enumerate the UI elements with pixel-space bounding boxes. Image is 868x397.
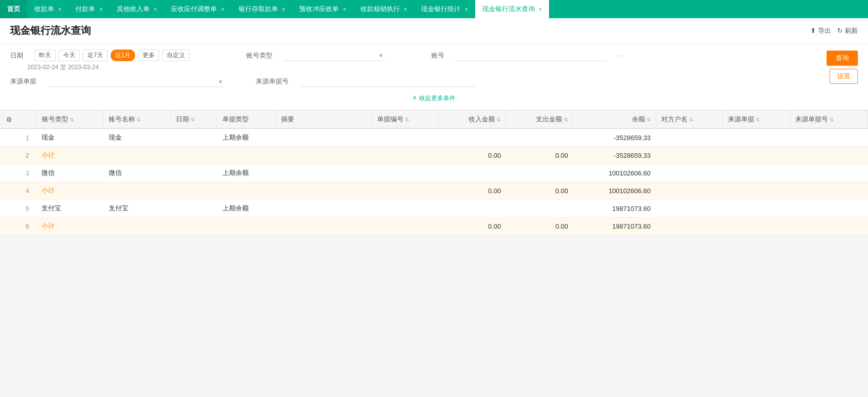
- table-cell: [0, 164, 18, 182]
- date-label: 日期: [10, 51, 23, 60]
- col-settings[interactable]: ⚙: [0, 111, 18, 129]
- account-type-label: 账号类型: [246, 51, 272, 60]
- table-cell: [171, 200, 217, 217]
- nav-cash-bank-stat[interactable]: 现金银行统计 ×: [414, 0, 475, 18]
- nav-payment-close[interactable]: ×: [99, 0, 102, 18]
- date-btn-custom[interactable]: 自定义: [162, 50, 190, 61]
- account-input[interactable]: [455, 50, 607, 61]
- table-container: ⚙ 账号类型⇅ 账号名称⇅ 日期⇅ 单据类型 摘要 单据编号⇅ 收入金额⇅: [0, 110, 868, 235]
- nav-cash-bank-flow[interactable]: 现金银行流水查询 ×: [475, 0, 549, 18]
- table-cell: 微信: [36, 164, 104, 182]
- date-btn-7days[interactable]: 近7天: [83, 50, 108, 61]
- col-balance[interactable]: 余额⇅: [573, 111, 656, 129]
- table-cell: [656, 182, 723, 200]
- nav-cash-bank-stat-close[interactable]: ×: [465, 0, 468, 18]
- nav-other-income-label: 其他收入单: [117, 0, 150, 18]
- col-income[interactable]: 收入金额⇅: [439, 111, 506, 129]
- table-cell: 微信: [104, 164, 171, 182]
- col-source-doc[interactable]: 来源单据⇅: [723, 111, 790, 129]
- table-row[interactable]: 4小计0.000.00100102606.60: [0, 182, 868, 200]
- table-cell: [723, 128, 790, 147]
- source-doc-select-wrapper: [48, 76, 224, 87]
- nav-ar-adjustment[interactable]: 应收应付调整单 ×: [164, 0, 231, 18]
- settings-button[interactable]: 设置: [830, 69, 858, 84]
- nav-cash-bank-flow-close[interactable]: ×: [539, 0, 542, 18]
- filter-area: 日期 昨天 今天 近7天 近1月 更多 自定义 账号类型 账号: [0, 43, 868, 110]
- refresh-label: 刷新: [845, 26, 858, 35]
- export-button[interactable]: ⬆ 导出: [810, 26, 831, 35]
- table-cell: [217, 182, 276, 200]
- col-account-name[interactable]: 账号名称⇅: [104, 111, 171, 129]
- nav-receive[interactable]: 收款单 ×: [27, 0, 68, 18]
- nav-bank-deposit[interactable]: 银行存取款单 ×: [232, 0, 292, 18]
- nav-receive-close[interactable]: ×: [58, 0, 61, 18]
- nav-receipt-exec-label: 收款核销执行: [360, 0, 400, 18]
- table-cell: [506, 128, 573, 147]
- col-expense[interactable]: 支出金额⇅: [506, 111, 573, 129]
- table-cell: [656, 217, 723, 235]
- source-doc-select[interactable]: [48, 76, 224, 87]
- nav-pre-offset[interactable]: 预收冲应收单 ×: [292, 0, 353, 18]
- table-cell: [372, 217, 439, 235]
- table-cell: 3: [18, 164, 36, 182]
- table-body: 1现金现金上期余额-3528659.332小计0.000.00-3528659.…: [0, 128, 868, 235]
- refresh-button[interactable]: ↻ 刷新: [837, 26, 858, 35]
- date-btn-yesterday[interactable]: 昨天: [34, 50, 56, 61]
- nav-home[interactable]: 首页: [0, 0, 27, 18]
- table-cell: [217, 217, 276, 235]
- table-cell: [0, 147, 18, 164]
- table-cell: [372, 128, 439, 147]
- source-doc-no-input[interactable]: [300, 76, 477, 87]
- table-cell: 0.00: [506, 147, 573, 164]
- nav-ar-adjustment-close[interactable]: ×: [221, 0, 224, 18]
- nav-receipt-exec-close[interactable]: ×: [404, 0, 407, 18]
- col-account-type[interactable]: 账号类型⇅: [36, 111, 104, 129]
- nav-payment[interactable]: 付款单 ×: [68, 0, 109, 18]
- nav-cash-bank-stat-label: 现金银行统计: [421, 0, 461, 18]
- header-actions: ⬆ 导出 ↻ 刷新: [810, 26, 858, 35]
- query-button[interactable]: 查询: [827, 51, 858, 66]
- table-cell: 1: [18, 128, 36, 147]
- table-cell: 0.00: [439, 217, 506, 235]
- data-table: ⚙ 账号类型⇅ 账号名称⇅ 日期⇅ 单据类型 摘要 单据编号⇅ 收入金额⇅: [0, 110, 868, 235]
- date-btn-1month[interactable]: 近1月: [111, 50, 135, 61]
- table-cell: [276, 147, 372, 164]
- date-btn-today[interactable]: 今天: [59, 50, 80, 61]
- account-dots[interactable]: ···: [617, 52, 623, 59]
- table-cell: [0, 200, 18, 217]
- nav-other-income-close[interactable]: ×: [154, 0, 157, 18]
- nav-payment-label: 付款单: [75, 0, 95, 18]
- collapse-bar[interactable]: ∧ 收起更多条件: [10, 92, 858, 104]
- table-cell: [656, 128, 723, 147]
- nav-home-label: 首页: [7, 0, 20, 18]
- table-cell: [372, 147, 439, 164]
- nav-other-income[interactable]: 其他收入单 ×: [110, 0, 164, 18]
- col-doc-no[interactable]: 单据编号⇅: [372, 111, 439, 129]
- table-cell: 0.00: [439, 147, 506, 164]
- nav-bank-deposit-close[interactable]: ×: [282, 0, 285, 18]
- table-cell: [506, 200, 573, 217]
- nav-pre-offset-close[interactable]: ×: [343, 0, 346, 18]
- col-source-doc-no[interactable]: 来源单据号⇅: [790, 111, 868, 129]
- account-type-select[interactable]: [284, 50, 385, 61]
- table-row[interactable]: 6小计0.000.0019871073.60: [0, 217, 868, 235]
- source-doc-label: 来源单据: [10, 77, 36, 86]
- source-doc-no-label: 来源单据号: [256, 77, 289, 86]
- table-row[interactable]: 2小计0.000.00-3528659.33: [0, 147, 868, 164]
- col-counterparty[interactable]: 对方户名⇅: [656, 111, 723, 129]
- table-cell: 100102606.60: [573, 182, 656, 200]
- page-title: 现金银行流水查询: [10, 24, 91, 37]
- table-row[interactable]: 3微信微信上期余额100102606.60: [0, 164, 868, 182]
- table-cell: [656, 147, 723, 164]
- col-date[interactable]: 日期⇅: [171, 111, 217, 129]
- table-cell: [723, 164, 790, 182]
- table-row[interactable]: 1现金现金上期余额-3528659.33: [0, 128, 868, 147]
- table-cell: [723, 217, 790, 235]
- table-row[interactable]: 5支付宝支付宝上期余额19871073.60: [0, 200, 868, 217]
- nav-receipt-exec[interactable]: 收款核销执行 ×: [353, 0, 414, 18]
- date-btn-more[interactable]: 更多: [138, 50, 159, 61]
- table-cell: [276, 217, 372, 235]
- nav-ar-adjustment-label: 应收应付调整单: [171, 0, 217, 18]
- table-cell: [790, 217, 868, 235]
- header-bar: 现金银行流水查询 ⬆ 导出 ↻ 刷新: [0, 18, 868, 43]
